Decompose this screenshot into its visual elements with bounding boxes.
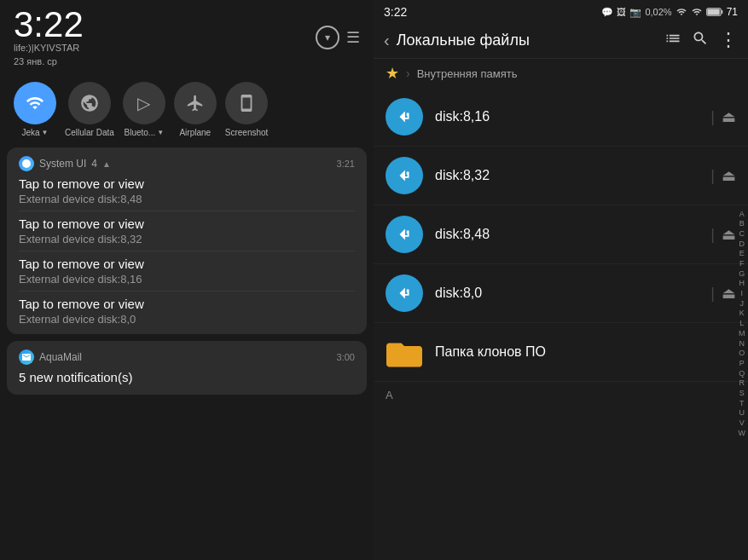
fm-title: Локальные файлы <box>397 32 664 49</box>
notif-title-3: Tap to remove or view <box>19 257 355 271</box>
alpha-R[interactable]: R <box>739 378 746 389</box>
time-section: 3:22 life:)|KYIVSTAR 23 янв. ср <box>14 7 84 68</box>
notif-app-info: System UI 4 ▲ <box>19 156 111 171</box>
alphabet-index[interactable]: A B C D E F G H I J K L M N O P Q R S T … <box>736 88 749 560</box>
alpha-H[interactable]: H <box>739 279 746 289</box>
screenshot-icon <box>237 94 256 113</box>
toggle-bluetooth[interactable]: ▷ Blueto... ▼ <box>123 82 165 137</box>
back-button[interactable]: ‹ <box>384 31 390 50</box>
notif-expand-arrow[interactable]: ▲ <box>102 159 111 169</box>
notif-item-1[interactable]: Tap to remove or view External device di… <box>19 176 355 205</box>
usb-icon-1 <box>386 98 423 136</box>
cellular-circle[interactable] <box>68 82 111 124</box>
notif-app-info-aqua: AquaMail <box>19 349 82 365</box>
star-icon[interactable]: ★ <box>386 64 399 83</box>
folder-svg <box>386 337 422 367</box>
notification-system-ui[interactable]: System UI 4 ▲ 3:21 Tap to remove or view… <box>7 147 367 334</box>
alpha-P[interactable]: P <box>739 359 746 369</box>
alpha-J[interactable]: J <box>739 299 746 309</box>
status-bar-left: 3:22 life:)|KYIVSTAR 23 янв. ср ▾ ☰ <box>0 0 374 72</box>
search-icon-svg <box>692 30 709 47</box>
signal-icon-1 <box>676 7 687 17</box>
airplane-icon <box>186 94 205 113</box>
alpha-C[interactable]: C <box>739 229 746 240</box>
alpha-W[interactable]: W <box>739 429 746 439</box>
alpha-T[interactable]: T <box>739 399 746 409</box>
file-actions-1: | ⏏ <box>710 107 736 126</box>
notif-count: 4 <box>91 158 97 170</box>
more-options-icon[interactable]: ⋮ <box>719 29 738 51</box>
toggle-wifi[interactable]: Jeka ▼ <box>14 82 56 137</box>
alpha-V[interactable]: V <box>739 419 746 429</box>
wifi-circle[interactable] <box>14 82 56 124</box>
alpha-A[interactable]: A <box>739 210 746 220</box>
gallery-icon: 🖼 <box>617 7 626 17</box>
msg-icon: 💬 <box>601 7 613 18</box>
folder-icon-clones <box>386 333 423 371</box>
time-display-left: 3:22 <box>14 7 84 43</box>
notification-aquamail[interactable]: AquaMail 3:00 5 new notification(s) <box>7 341 367 395</box>
alpha-Q[interactable]: Q <box>739 369 746 379</box>
file-item-disk-8-16[interactable]: disk:8,16 | ⏏ <box>374 88 748 147</box>
notif-header-system: System UI 4 ▲ 3:21 <box>19 156 355 171</box>
alpha-S[interactable]: S <box>739 389 746 399</box>
carrier-date: life:)|KYIVSTAR 23 янв. ср <box>14 43 84 68</box>
toggle-cellular[interactable]: Cellular Data <box>65 82 114 137</box>
carrier-name: life:)|KYIVSTAR <box>14 43 84 53</box>
usb-icon-3 <box>386 216 423 253</box>
wifi-arrow: ▼ <box>42 129 49 136</box>
alpha-U[interactable]: U <box>739 408 746 419</box>
quick-toggles: Jeka ▼ Cellular Data ▷ Blueto... ▼ <box>0 72 374 147</box>
list-icon-svg <box>664 30 681 47</box>
notif-time-system: 3:21 <box>337 159 355 169</box>
file-sep-2: | <box>710 167 715 185</box>
dropdown-icon[interactable]: ▾ <box>316 26 339 49</box>
file-name-disk-8-32: disk:8,32 <box>435 168 710 183</box>
eject-button-2[interactable]: ⏏ <box>722 166 736 185</box>
notif-item-3[interactable]: Tap to remove or view External device di… <box>19 257 355 286</box>
camera-icon: 📷 <box>629 7 641 18</box>
screenshot-label: Screenshot <box>225 128 269 137</box>
alpha-E[interactable]: E <box>739 249 746 259</box>
breadcrumb-path[interactable]: Внутренняя память <box>417 67 518 80</box>
section-label-a: A <box>374 382 748 405</box>
menu-icon[interactable]: ☰ <box>346 30 360 45</box>
file-name-disk-8-16: disk:8,16 <box>435 109 710 124</box>
alpha-I[interactable]: I <box>739 289 746 299</box>
alpha-M[interactable]: M <box>739 329 746 339</box>
bluetooth-circle[interactable]: ▷ <box>123 82 165 124</box>
file-sep-3: | <box>710 226 715 244</box>
alpha-N[interactable]: N <box>739 339 746 349</box>
screenshot-circle[interactable] <box>225 82 268 124</box>
alpha-B[interactable]: B <box>739 219 746 229</box>
notif-body-3: External device disk:8,16 <box>19 273 355 286</box>
file-item-disk-8-48[interactable]: disk:8,48 | ⏏ <box>374 205 748 264</box>
notif-item-4[interactable]: Tap to remove or view External device di… <box>19 297 355 326</box>
file-item-disk-8-32[interactable]: disk:8,32 | ⏏ <box>374 147 748 205</box>
toggle-screenshot[interactable]: Screenshot <box>225 82 269 137</box>
list-view-icon[interactable] <box>664 30 681 51</box>
toggle-airplane[interactable]: Airplane <box>174 82 217 137</box>
usb-svg-3 <box>395 225 414 244</box>
alpha-D[interactable]: D <box>739 240 746 250</box>
notif-item-2[interactable]: Tap to remove or view External device di… <box>19 216 355 245</box>
eject-button-3[interactable]: ⏏ <box>722 225 736 244</box>
notification-shade: 3:22 life:)|KYIVSTAR 23 янв. ср ▾ ☰ Jeka… <box>0 0 374 560</box>
notif-app-name-aqua: AquaMail <box>39 351 82 363</box>
alpha-F[interactable]: F <box>739 259 746 269</box>
alpha-G[interactable]: G <box>739 269 746 280</box>
search-icon[interactable] <box>692 30 709 51</box>
eject-button-4[interactable]: ⏏ <box>722 284 736 303</box>
file-item-folder-clones[interactable]: Папка клонов ПО <box>374 323 748 382</box>
airplane-circle[interactable] <box>174 82 217 124</box>
alpha-L[interactable]: L <box>739 319 746 329</box>
file-sep-4: | <box>710 285 715 303</box>
wifi-label: Jeka ▼ <box>21 128 48 137</box>
notifications-area: System UI 4 ▲ 3:21 Tap to remove or view… <box>0 147 374 560</box>
alpha-K[interactable]: K <box>739 309 746 319</box>
file-actions-3: | ⏏ <box>710 225 736 244</box>
time-display-right: 3:22 <box>384 5 407 19</box>
alpha-O[interactable]: O <box>739 349 746 359</box>
eject-button-1[interactable]: ⏏ <box>722 107 736 126</box>
file-item-disk-8-0[interactable]: disk:8,0 | ⏏ <box>374 264 748 323</box>
